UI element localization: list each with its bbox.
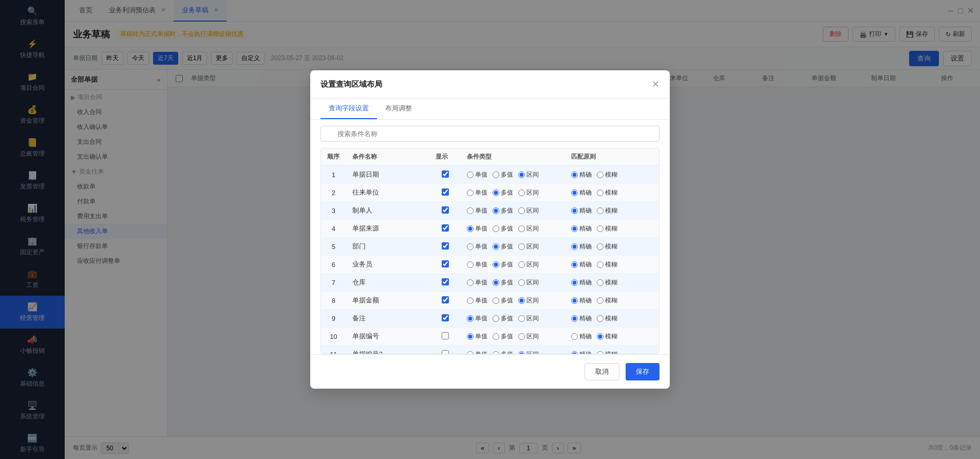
match-radio[interactable] <box>571 207 578 214</box>
type-radio[interactable] <box>493 297 499 304</box>
match-radio[interactable] <box>597 333 604 340</box>
modal-close-button[interactable]: ✕ <box>652 79 659 90</box>
type-option-多值[interactable]: 多值 <box>493 350 513 355</box>
type-radio[interactable] <box>493 225 499 232</box>
type-radio[interactable] <box>493 171 499 178</box>
type-option-单值[interactable]: 单值 <box>467 350 487 355</box>
modal-search-input[interactable] <box>321 126 659 142</box>
type-option-区间[interactable]: 区间 <box>518 170 539 179</box>
match-option-模糊[interactable]: 模糊 <box>597 278 617 287</box>
cell-show[interactable] <box>429 328 461 346</box>
match-radio[interactable] <box>571 261 578 268</box>
cell-show[interactable] <box>429 346 461 355</box>
type-option-多值[interactable]: 多值 <box>493 206 513 215</box>
show-checkbox[interactable] <box>442 278 449 285</box>
type-option-多值[interactable]: 多值 <box>493 224 513 233</box>
match-radio[interactable] <box>571 297 578 304</box>
cell-show[interactable] <box>429 220 461 238</box>
type-option-多值[interactable]: 多值 <box>493 170 513 179</box>
type-radio[interactable] <box>518 279 525 286</box>
type-radio[interactable] <box>518 261 525 268</box>
show-checkbox[interactable] <box>442 206 449 214</box>
type-option-单值[interactable]: 单值 <box>467 242 487 251</box>
type-radio[interactable] <box>518 297 525 304</box>
cell-show[interactable] <box>429 184 461 202</box>
type-radio[interactable] <box>467 243 474 250</box>
type-option-区间[interactable]: 区间 <box>518 296 539 305</box>
match-option-模糊[interactable]: 模糊 <box>597 242 617 251</box>
modal-overlay[interactable]: 设置查询区域布局 ✕ 查询字段设置 布局调整 🔍 顺序 条件名称 显示 <box>0 0 980 459</box>
match-option-模糊[interactable]: 模糊 <box>597 350 617 355</box>
match-option-精确[interactable]: 精确 <box>571 260 592 269</box>
cell-show[interactable] <box>429 238 461 256</box>
match-radio[interactable] <box>597 225 604 232</box>
modal-tab-fields[interactable]: 查询字段设置 <box>321 99 377 119</box>
show-checkbox[interactable] <box>442 296 449 303</box>
type-option-多值[interactable]: 多值 <box>493 242 513 251</box>
type-radio[interactable] <box>493 279 499 286</box>
match-radio[interactable] <box>571 243 578 250</box>
match-option-精确[interactable]: 精确 <box>571 314 592 323</box>
match-radio[interactable] <box>597 261 604 268</box>
match-radio[interactable] <box>597 297 604 304</box>
match-option-精确[interactable]: 精确 <box>571 170 592 179</box>
cell-show[interactable] <box>429 166 461 184</box>
show-checkbox[interactable] <box>442 332 449 339</box>
match-option-模糊[interactable]: 模糊 <box>597 188 617 197</box>
type-option-多值[interactable]: 多值 <box>493 188 513 197</box>
match-option-精确[interactable]: 精确 <box>571 332 592 341</box>
type-radio[interactable] <box>493 261 499 268</box>
match-option-精确[interactable]: 精确 <box>571 242 592 251</box>
match-radio[interactable] <box>571 171 578 178</box>
type-radio[interactable] <box>493 189 499 196</box>
match-radio[interactable] <box>597 189 604 196</box>
match-radio[interactable] <box>597 171 604 178</box>
match-option-模糊[interactable]: 模糊 <box>597 260 617 269</box>
show-checkbox[interactable] <box>442 314 449 321</box>
type-radio[interactable] <box>518 171 525 178</box>
type-option-区间[interactable]: 区间 <box>518 188 539 197</box>
show-checkbox[interactable] <box>442 260 449 267</box>
match-radio[interactable] <box>597 243 604 250</box>
type-radio[interactable] <box>518 243 525 250</box>
type-option-单值[interactable]: 单值 <box>467 188 487 197</box>
match-option-模糊[interactable]: 模糊 <box>597 332 617 341</box>
show-checkbox[interactable] <box>442 242 449 250</box>
type-radio[interactable] <box>493 333 499 340</box>
match-radio[interactable] <box>597 279 604 286</box>
match-option-模糊[interactable]: 模糊 <box>597 314 617 323</box>
match-option-模糊[interactable]: 模糊 <box>597 296 617 305</box>
type-option-单值[interactable]: 单值 <box>467 224 487 233</box>
type-option-多值[interactable]: 多值 <box>493 332 513 341</box>
type-option-区间[interactable]: 区间 <box>518 314 539 323</box>
cell-show[interactable] <box>429 256 461 274</box>
match-radio[interactable] <box>571 279 578 286</box>
type-option-区间[interactable]: 区间 <box>518 350 539 355</box>
match-option-模糊[interactable]: 模糊 <box>597 170 617 179</box>
match-radio[interactable] <box>597 207 604 214</box>
type-radio[interactable] <box>493 315 499 322</box>
cell-show[interactable] <box>429 310 461 328</box>
match-option-模糊[interactable]: 模糊 <box>597 206 617 215</box>
type-radio[interactable] <box>467 279 474 286</box>
modal-cancel-button[interactable]: 取消 <box>585 363 619 380</box>
type-option-多值[interactable]: 多值 <box>493 260 513 269</box>
type-option-多值[interactable]: 多值 <box>493 278 513 287</box>
show-checkbox[interactable] <box>442 224 449 232</box>
cell-show[interactable] <box>429 202 461 220</box>
type-option-单值[interactable]: 单值 <box>467 260 487 269</box>
match-radio[interactable] <box>571 333 578 340</box>
type-option-多值[interactable]: 多值 <box>493 296 513 305</box>
type-option-区间[interactable]: 区间 <box>518 278 539 287</box>
match-option-精确[interactable]: 精确 <box>571 350 592 355</box>
type-option-单值[interactable]: 单值 <box>467 278 487 287</box>
type-radio[interactable] <box>518 315 525 322</box>
type-option-单值[interactable]: 单值 <box>467 332 487 341</box>
modal-save-button[interactable]: 保存 <box>626 363 659 380</box>
type-radio[interactable] <box>518 189 525 196</box>
type-radio[interactable] <box>467 315 474 322</box>
type-option-区间[interactable]: 区间 <box>518 260 539 269</box>
type-radio[interactable] <box>493 207 499 214</box>
type-radio[interactable] <box>518 207 525 214</box>
type-radio[interactable] <box>467 261 474 268</box>
